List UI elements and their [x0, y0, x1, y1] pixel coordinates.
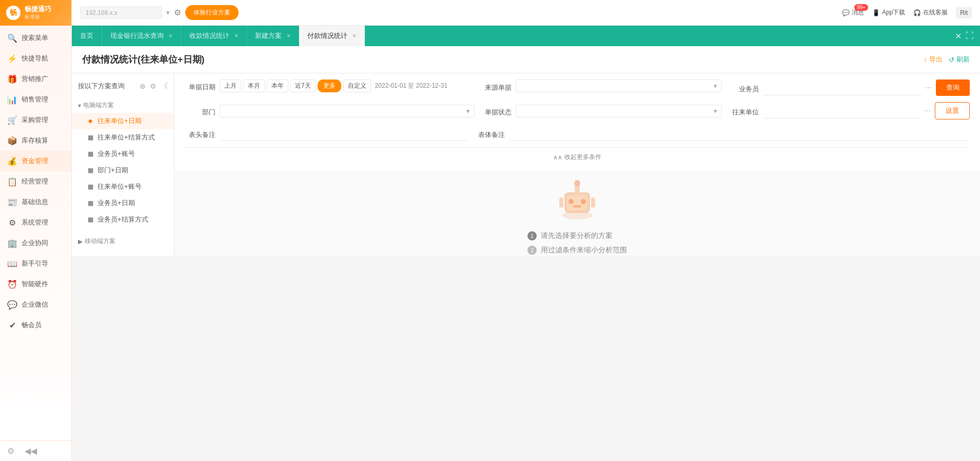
tab-income-close[interactable]: × [234, 32, 238, 39]
sidebar-item-sales[interactable]: 📊 销售管理 [0, 89, 71, 110]
source-select[interactable]: ▾ [516, 79, 722, 92]
scheme-settings-icon[interactable]: ⚙ [150, 82, 156, 90]
tabbar: 首页 现金银行流水查询 × 收款情况统计 × 新建方案 × 付款情况统计 × ✕… [72, 26, 980, 46]
chevron-right-icon: ▶ [78, 238, 83, 245]
scheme-table-icon: ▦ [86, 133, 94, 142]
sidebar-item-hardware[interactable]: ⏰ 智能硬件 [0, 274, 71, 294]
date-btn-more[interactable]: 更多 [318, 79, 341, 92]
scheme-add-icon[interactable]: ⊕ [140, 82, 146, 90]
refresh-icon: ↺ [949, 56, 954, 64]
tab-bank-close[interactable]: × [169, 32, 172, 39]
tab-new[interactable]: 新建方案 × [247, 26, 299, 46]
tab-expand-icon[interactable]: ⛶ [966, 31, 974, 41]
refresh-button[interactable]: ↺ 刷新 [949, 55, 970, 64]
headset-icon: 🎧 [913, 9, 921, 16]
topbar-left: 192.168.x.x ▾ ⚙ 体验行业方案 [80, 5, 836, 20]
topbar-app-download[interactable]: 📱 App下载 [872, 8, 905, 17]
empty-tip-1: 1 请先选择要分析的方案 [527, 231, 627, 240]
svg-point-7 [574, 180, 580, 186]
collapse-bar: ∧∧ 收起更多条件 [185, 147, 970, 167]
scheme-item-staff-settle[interactable]: ▦ 业务员+结算方式 [72, 211, 174, 228]
scheme-item-staff-date[interactable]: ▦ 业务员+日期 [72, 195, 174, 211]
remark-body-input[interactable] [509, 126, 970, 141]
collapse-sidebar-icon[interactable]: ◀◀ [25, 446, 37, 456]
tab-payment-close[interactable]: × [352, 32, 356, 39]
sidebar-item-inventory[interactable]: 📦 库存核算 [0, 130, 71, 151]
date-btn-this-month[interactable]: 本月 [243, 79, 265, 92]
scheme-group-desktop-title[interactable]: ▾ 电脑端方案 [72, 98, 174, 113]
export-icon: ↑ [924, 56, 928, 64]
main: 192.168.x.x ▾ ⚙ 体验行业方案 💬 消息 99+ 📱 App下载 … [72, 0, 980, 461]
sidebar-item-corp[interactable]: 🏢 企业协同 [0, 233, 71, 253]
export-button[interactable]: ↑ 导出 [924, 55, 943, 64]
scheme-item-unit-settle[interactable]: ▦ 往来单位+结算方式 [72, 129, 174, 146]
sidebar-item-basic[interactable]: 📰 基础信息 [0, 192, 71, 212]
counterpart-input[interactable] [763, 103, 919, 118]
tabbar-spacer [365, 26, 949, 46]
tab-payment[interactable]: 付款情况统计 × [299, 26, 365, 46]
remark-header-input[interactable] [220, 126, 468, 141]
sidebar-item-search[interactable]: 🔍 搜索菜单 [0, 28, 71, 48]
tab-close-all-icon[interactable]: ✕ [955, 31, 962, 41]
scheme-panel-header: 按以下方案查询 ⊕ ⚙ 《 [72, 77, 174, 95]
tab-bank[interactable]: 现金银行流水查询 × [102, 26, 181, 46]
sidebar-bottom: ⚙ ◀◀ [0, 440, 71, 461]
chevron-down-icon: ▾ [78, 102, 81, 109]
search-icon: 🔍 [7, 33, 17, 43]
staff-input[interactable] [763, 80, 920, 95]
sidebar-item-system[interactable]: ⚙ 系统管理 [0, 212, 71, 233]
right-panel: 单据日期 上月 本月 本年 近7天 更多 自定义 20 [174, 73, 980, 256]
sidebar-item-guide[interactable]: 📖 新手引导 [0, 253, 71, 274]
date-btn-this-year[interactable]: 本年 [267, 79, 288, 92]
collapse-button[interactable]: ∧∧ 收起更多条件 [553, 153, 601, 162]
scheme-collapse-icon[interactable]: 《 [161, 82, 168, 91]
tab-home[interactable]: 首页 [72, 26, 102, 46]
sidebar-item-marketing[interactable]: 🎁 营销推广 [0, 69, 71, 89]
scheme-table-icon3: ▦ [86, 166, 94, 174]
tab-new-close[interactable]: × [287, 32, 290, 39]
page-actions: ↑ 导出 ↺ 刷新 [924, 55, 970, 64]
dept-dropdown-icon: ▾ [466, 107, 470, 115]
topbar-gear-icon[interactable]: ⚙ [174, 8, 181, 17]
tab-income[interactable]: 收款情况统计 × [181, 26, 247, 46]
doc-status-dropdown-icon: ▾ [714, 107, 717, 115]
topbar-dropdown-icon[interactable]: ▾ [166, 9, 170, 16]
scheme-item-unit-account[interactable]: ▦ 往来单位+账号 [72, 178, 174, 195]
staff-more-icon[interactable]: ··· [925, 83, 932, 92]
svg-rect-9 [591, 197, 595, 208]
svg-point-3 [569, 199, 574, 204]
sidebar-item-capital[interactable]: 💰 资金管理 [0, 151, 71, 171]
sidebar-item-member[interactable]: ✔ 畅会员 [0, 315, 71, 335]
shortcut-icon: ⚡ [7, 53, 17, 64]
page-title: 付款情况统计(往来单位+日期) [82, 53, 205, 66]
scheme-group-mobile-title[interactable]: ▶ 移动端方案 [72, 234, 174, 249]
settings-bottom-icon[interactable]: ⚙ [7, 446, 14, 456]
sidebar-item-weixin[interactable]: 💬 企业微信 [0, 294, 71, 315]
date-btn-7days[interactable]: 近7天 [290, 79, 316, 92]
source-label: 来源单据 [481, 80, 512, 92]
sidebar-item-operation[interactable]: 📋 经营管理 [0, 171, 71, 192]
date-btn-last-month[interactable]: 上月 [220, 79, 241, 92]
topbar-messages[interactable]: 💬 消息 99+ [842, 8, 864, 17]
svg-rect-8 [559, 197, 563, 208]
sidebar-item-purchase[interactable]: 🛒 采购管理 [0, 110, 71, 130]
doc-status-select[interactable]: ▾ [516, 105, 722, 117]
scheme-item-dept-date[interactable]: ▦ 部门+日期 [72, 162, 174, 178]
scheme-item-unit-date[interactable]: ● 往来单位+日期 [72, 113, 174, 129]
sidebar-item-shortcut[interactable]: ⚡ 快捷导航 [0, 48, 71, 69]
basic-icon: 📰 [7, 197, 17, 207]
topbar-online-service[interactable]: 🎧 在线客服 [913, 8, 948, 17]
remark-body-label: 表体备注 [474, 127, 505, 139]
empty-robot-icon [552, 172, 603, 223]
setting-button[interactable]: 设置 [935, 102, 970, 119]
topbar-user-button[interactable]: Rit [956, 7, 972, 18]
scheme-item-staff-account[interactable]: ▦ 业务员+账号 [72, 146, 174, 162]
filter-row-1: 单据日期 上月 本月 本年 近7天 更多 自定义 20 [185, 79, 970, 96]
dept-select[interactable]: ▾ [220, 105, 475, 117]
query-button[interactable]: 查询 [936, 79, 970, 96]
date-btn-custom[interactable]: 自定义 [343, 79, 371, 92]
counterpart-more-icon[interactable]: ··· [924, 106, 931, 115]
logo-text: 畅捷通巧 标准版 [25, 5, 51, 21]
topbar-address: 192.168.x.x [80, 7, 162, 19]
trial-button[interactable]: 体验行业方案 [185, 5, 239, 20]
